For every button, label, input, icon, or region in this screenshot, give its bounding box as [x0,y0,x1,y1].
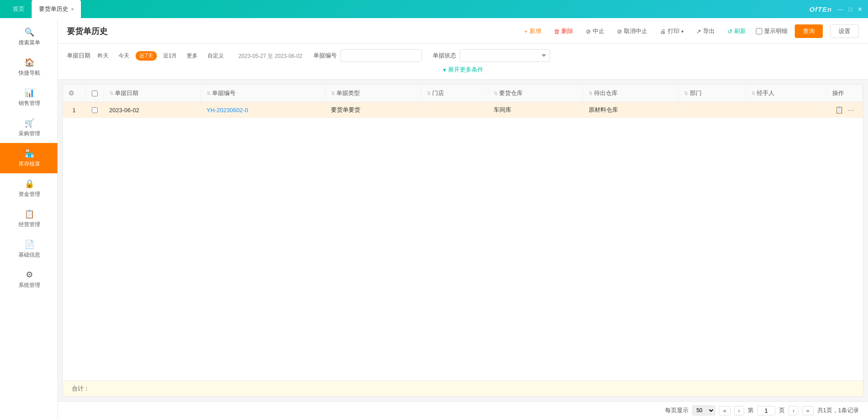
print-label: 打印 [668,27,679,35]
sidebar-item-sys-mgmt[interactable]: ⚙ 系统管理 [0,264,57,295]
date-btn-today[interactable]: 今天 [115,51,133,61]
date-btn-more[interactable]: 更多 [183,51,201,61]
col-dept-label: 部门 [690,90,702,96]
col-handler[interactable]: 经手人 [745,85,826,102]
sidebar-item-finance-mgmt[interactable]: 🔒 资金管理 [0,173,57,204]
col-dept[interactable]: 部门 [679,85,745,102]
pagination-last-btn[interactable]: » [802,406,813,415]
query-button[interactable]: 查询 [795,24,823,38]
date-filter-group: 单据日期 昨天 今天 近7天 近1月 更多 自定义 [67,51,227,61]
top-bar: 首页 要货单历史 × OfTEn — □ ✕ [0,0,868,18]
tab-home-label: 首页 [13,5,24,13]
stop-button[interactable]: ⊘ 中止 [583,25,607,37]
pagination-first-btn[interactable]: « [719,406,730,415]
brand-name: OfTEn [809,5,832,13]
display-toggle[interactable]: 显示明细 [756,27,788,35]
cell-date: 2023-06-02 [104,102,201,118]
refresh-button[interactable]: ↺ 刷新 [725,25,749,37]
col-setting: ⚙ [63,85,85,102]
sidebar-item-label-search-menu: 搜索菜单 [19,39,40,47]
date-filter-buttons: 昨天 今天 近7天 近1月 更多 自定义 [94,51,227,61]
column-settings-icon[interactable]: ⚙ [68,89,74,97]
table-container: ⚙ 单据日期 单据编号 [62,84,863,397]
purchase-mgmt-icon: 🛒 [24,118,34,128]
filter-row: 单据日期 昨天 今天 近7天 近1月 更多 自定义 2023-05-27 至 2… [67,49,859,62]
pagination-prev-btn[interactable]: ‹ [734,406,744,415]
table-empty-space [63,118,863,381]
minimize-btn[interactable]: — [837,6,843,13]
cell-dept [679,102,745,118]
refresh-icon: ↺ [727,28,732,35]
cancel-stop-label: 取消中止 [624,27,647,35]
col-date[interactable]: 单据日期 [104,85,201,102]
add-button[interactable]: + 新增 [521,25,544,37]
row-checkbox[interactable] [92,107,98,113]
export-icon: ↗ [696,28,701,35]
display-toggle-label: 显示明细 [764,27,788,35]
tab-requisition-history[interactable]: 要货单历史 × [32,0,81,18]
close-btn[interactable]: ✕ [858,6,863,13]
setting-button[interactable]: 设置 [830,24,859,38]
sidebar-item-label-finance-mgmt: 资金管理 [19,190,40,198]
search-menu-icon: 🔍 [24,27,34,37]
col-type[interactable]: 单据类型 [325,85,421,102]
page-title-row: 要货单历史 + 新增 🗑 删除 ⊘ 中止 ⊘ [67,24,859,38]
display-toggle-checkbox[interactable] [756,28,762,34]
date-btn-7days[interactable]: 近7天 [136,51,157,61]
tab-close-icon[interactable]: × [71,6,74,12]
per-page-select[interactable]: 20 50 100 200 [692,405,715,415]
cell-pending-warehouse: 原材料仓库 [583,102,679,118]
col-store[interactable]: 门店 [421,85,488,102]
row-view-icon[interactable]: 📋 [835,106,844,114]
sidebar-item-ops-mgmt[interactable]: 📋 经营管理 [0,204,57,234]
cancel-stop-button[interactable]: ⊘ 取消中止 [614,25,650,37]
sidebar-item-label-sales-mgmt: 销售管理 [19,100,40,107]
export-button[interactable]: ↗ 导出 [693,25,717,37]
order-no-input[interactable] [340,49,422,62]
expand-more-btn[interactable]: ▾ 展开更多条件 [67,66,859,74]
delete-button[interactable]: 🗑 删除 [551,25,576,37]
tab-home[interactable]: 首页 [5,0,32,18]
basic-info-icon: 📄 [24,239,34,249]
pagination-next-btn[interactable]: › [788,406,798,415]
date-btn-custom[interactable]: 自定义 [204,51,227,61]
date-btn-1month[interactable]: 近1月 [160,51,181,61]
sales-mgmt-icon: 📊 [24,88,34,98]
sidebar-item-quick-nav[interactable]: 🏠 快捷导航 [0,52,57,82]
filter-area: 单据日期 昨天 今天 近7天 近1月 更多 自定义 2023-05-27 至 2… [58,44,868,80]
col-pending-warehouse[interactable]: 待出仓库 [583,85,679,102]
sidebar-item-basic-info[interactable]: 📄 基础信息 [0,234,57,264]
col-action-label: 操作 [832,90,844,96]
row-more-icon[interactable]: ⋯ [848,106,854,114]
cell-type: 要货单要货 [325,102,421,118]
order-no-link[interactable]: YH-20230602-0 [207,107,248,114]
order-no-label: 单据编号 [313,52,337,60]
sidebar-item-label-sys-mgmt: 系统管理 [19,281,40,289]
status-select[interactable] [460,49,550,62]
sidebar-item-sales-mgmt[interactable]: 📊 销售管理 [0,82,57,113]
col-req-warehouse[interactable]: 要货仓库 [488,85,583,102]
expand-label: 展开更多条件 [448,66,483,74]
col-pending-warehouse-label: 待出仓库 [594,90,618,96]
select-all-checkbox[interactable] [92,90,98,96]
ops-mgmt-icon: 📋 [24,209,34,219]
sidebar-item-inventory[interactable]: 🏪 库存核算 [0,143,57,173]
cell-handler [745,102,826,118]
maximize-btn[interactable]: □ [849,6,852,13]
table-footer: 合计： [63,381,863,396]
page-label: 第 [748,406,754,414]
col-no[interactable]: 单据编号 [201,85,325,102]
page-title: 要货单历史 [67,26,108,37]
cell-no: YH-20230602-0 [201,102,325,118]
print-button[interactable]: 🖨 打印 ▾ [657,25,686,37]
page-input[interactable] [757,406,775,415]
sidebar-item-search-menu[interactable]: 🔍 搜索菜单 [0,22,57,52]
date-btn-yesterday[interactable]: 昨天 [94,51,112,61]
status-label: 单据状态 [433,52,456,60]
tab-requisition-history-label: 要货单历史 [39,5,68,13]
pagination-bar: 每页显示 20 50 100 200 « ‹ 第 页 › » 共1页，1条记录 [58,401,868,419]
sidebar-item-label-basic-info: 基础信息 [19,251,40,259]
add-icon: + [524,28,528,35]
sidebar-item-purchase-mgmt[interactable]: 🛒 采购管理 [0,113,57,143]
cell-action: 📋 ⋯ [827,102,863,118]
